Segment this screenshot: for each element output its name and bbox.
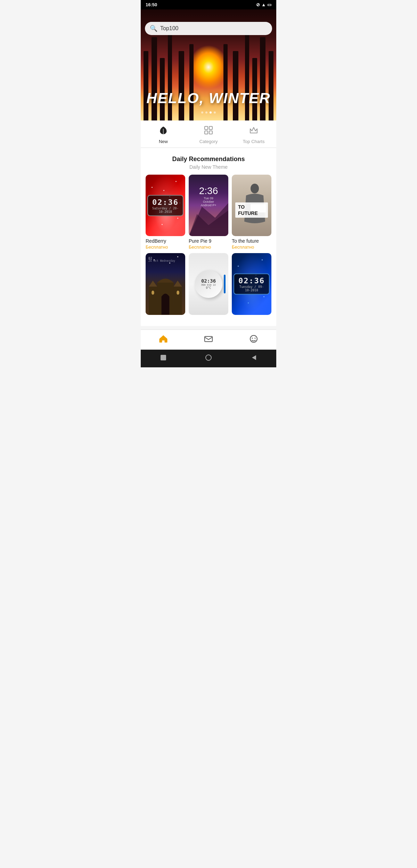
section-title: Daily Recommendations: [148, 156, 269, 163]
crown-icon: [249, 125, 259, 137]
theme-card-round-clock[interactable]: 02:36 ЛОН 010 22 0°C: [189, 253, 228, 317]
tab-top-charts-label: Top Charts: [243, 139, 265, 144]
tab-category[interactable]: Category: [186, 125, 231, 144]
svg-rect-3: [205, 131, 208, 134]
future-label: TO FUTURE: [238, 204, 258, 216]
android-nav: [141, 350, 276, 367]
tab-top-charts[interactable]: Top Charts: [231, 125, 276, 144]
theme-row-2: 02 24 Oct Wednesday: [146, 253, 271, 317]
section-header: Daily Recommendations Daily New Theme: [141, 148, 276, 175]
search-input[interactable]: [160, 25, 267, 32]
theme-card-arch[interactable]: 02 24 Oct Wednesday: [146, 253, 185, 317]
android-circle-btn[interactable]: [205, 354, 212, 363]
theme-grid: 02:36 Saturday / 20-10-2018 RedBerry Бес…: [141, 175, 276, 326]
theme-card-future[interactable]: TO FUTURE To the future Бесплатно: [232, 175, 271, 250]
svg-rect-2: [209, 126, 212, 130]
svg-rect-13: [152, 291, 154, 295]
section-subtitle: Daily New Theme: [148, 164, 269, 170]
svg-rect-1: [205, 126, 208, 130]
dot-4: [214, 111, 216, 114]
bottom-mail-icon[interactable]: [204, 334, 213, 346]
theme-img-round-clock: 02:36 ЛОН 010 22 0°C: [189, 253, 228, 315]
svg-rect-4: [209, 131, 212, 134]
android-back-btn[interactable]: [250, 354, 257, 363]
theme-img-piepure: 2:36 Tue 09 October Android P+: [189, 175, 228, 236]
theme-img-blue-glitter: 02:36 Tuesday / 09-10-2018: [232, 253, 271, 315]
round-clock-time: 02:36: [201, 278, 216, 284]
dot-3: [210, 111, 212, 114]
tab-new-label: New: [159, 139, 168, 144]
tab-category-label: Category: [199, 139, 218, 144]
status-bar: 16:50 ⊘ ▲ ▭: [141, 0, 276, 9]
blue-glitter-date: Tuesday / 09-10-2018: [238, 285, 265, 292]
piepure-name: Pure Pie 9: [189, 238, 228, 244]
redberry-date: Saturday / 20-10-2018: [152, 206, 179, 213]
status-icons: ⊘ ▲ ▭: [256, 2, 271, 7]
theme-img-future: TO FUTURE: [232, 175, 271, 236]
wifi-icon: ▲: [261, 2, 266, 7]
svg-marker-21: [252, 355, 256, 360]
svg-point-20: [206, 355, 211, 360]
theme-row-1: 02:36 Saturday / 20-10-2018 RedBerry Бес…: [146, 175, 271, 250]
dot-2: [205, 111, 207, 114]
hero-dots: [141, 111, 276, 114]
redberry-price: Бесплатно: [146, 244, 185, 250]
theme-card-redberry[interactable]: 02:36 Saturday / 20-10-2018 RedBerry Бес…: [146, 175, 185, 250]
svg-rect-14: [177, 291, 179, 295]
svg-rect-19: [161, 355, 166, 360]
piepure-price: Бесплатно: [189, 244, 228, 250]
bottom-emoji-icon[interactable]: [249, 334, 259, 346]
future-price: Бесплатно: [232, 244, 271, 250]
search-icon: 🔍: [150, 25, 157, 32]
redberry-name: RedBerry: [146, 238, 185, 244]
theme-card-blue-glitter[interactable]: 02:36 Tuesday / 09-10-2018: [232, 253, 271, 317]
hero-title: HELLO, WINTER: [141, 90, 276, 107]
theme-img-arch: 02 24 Oct Wednesday: [146, 253, 185, 315]
svg-point-17: [252, 337, 253, 339]
nav-tabs: New Category Top Charts: [141, 120, 276, 148]
search-bar[interactable]: 🔍: [145, 22, 272, 35]
piepure-time: 2:36: [199, 185, 219, 197]
status-time: 16:50: [146, 2, 157, 7]
future-name: To the future: [232, 238, 271, 244]
blue-glitter-clock: 02:36 Tuesday / 09-10-2018: [234, 273, 270, 294]
grid-icon: [204, 125, 213, 137]
redberry-time: 02:36: [152, 198, 179, 206]
bottom-nav: [141, 329, 276, 350]
signal-off-icon: ⊘: [256, 2, 260, 7]
blue-glitter-time: 02:36: [238, 276, 265, 285]
dot-1: [201, 111, 203, 114]
svg-point-8: [251, 184, 259, 193]
theme-img-redberry: 02:36 Saturday / 20-10-2018: [146, 175, 185, 236]
svg-rect-15: [205, 336, 212, 342]
round-clock-temp: 0°C: [206, 286, 211, 290]
tab-new[interactable]: New: [141, 125, 186, 144]
bottom-home-icon[interactable]: [158, 334, 168, 346]
battery-icon: ▭: [267, 2, 271, 7]
round-clock-date: ЛОН 010 22: [201, 284, 216, 286]
redberry-clock: 02:36 Saturday / 20-10-2018: [147, 195, 183, 216]
android-square-btn[interactable]: [160, 354, 167, 363]
future-text: TO FUTURE: [235, 202, 268, 218]
svg-point-18: [255, 337, 256, 339]
theme-card-piepure[interactable]: 2:36 Tue 09 October Android P+ Pure Pie …: [189, 175, 228, 250]
leaf-icon: [158, 125, 168, 137]
round-clock-display: 02:36 ЛОН 010 22 0°C: [195, 270, 222, 298]
hero-section: HELLO, WINTER 🔍: [141, 9, 276, 120]
